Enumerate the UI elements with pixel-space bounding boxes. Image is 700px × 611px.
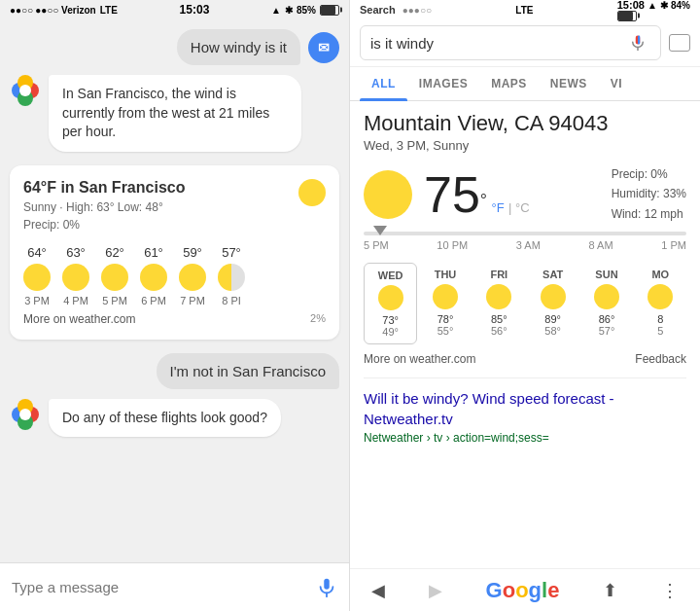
- weather-card-subtitle: Sunny · High: 63° Low: 48°: [23, 200, 185, 214]
- hour-item-4: 59° 7 PM: [179, 245, 206, 306]
- temp-unit-f[interactable]: °F: [492, 200, 505, 215]
- tl-0: 5 PM: [364, 239, 389, 251]
- hour-item-2: 62° 5 PM: [101, 245, 128, 306]
- more-weather-link[interactable]: More on weather.com: [364, 352, 475, 366]
- search-result-1: Will it be windy? Wind speed forecast - …: [364, 377, 686, 445]
- chat-area: How windy is it ✉ In San Francisco, the …: [0, 19, 349, 562]
- hour-item-0: 64° 3 PM: [23, 245, 51, 306]
- sun-fri: [486, 284, 511, 309]
- search-content: Mountain View, CA 94043 Wed, 3 PM, Sunny…: [350, 101, 700, 568]
- search-input[interactable]: [370, 35, 629, 52]
- location-icon: ▲: [271, 5, 281, 16]
- forecast-sat: SAT 89° 58°: [527, 263, 578, 344]
- hour-item-3: 61° 6 PM: [140, 245, 167, 306]
- bottom-nav-right: ◀ ▶ Google ⬆ ⋮: [350, 568, 700, 611]
- big-temp: 75: [424, 166, 480, 223]
- weather-location: Mountain View, CA 94043: [364, 111, 686, 136]
- big-sun-icon: [364, 170, 412, 219]
- signal-carrier: ●●○○ ●●○○ Verizon LTE: [10, 5, 118, 16]
- weather-card-title: 64°F in San Francisco: [23, 179, 185, 197]
- timeline-container: [364, 232, 686, 235]
- tab-all[interactable]: ALL: [360, 67, 407, 100]
- assistant-bubble-2: Do any of these flights look good?: [49, 399, 281, 438]
- weather-details-right: Precip: 0% Humidity: 33% Wind: 12 mph: [612, 164, 686, 224]
- temp-2: 62°: [105, 245, 124, 260]
- forecast-row: WED 73° 49° THU 78° 55° FRI 85°: [364, 263, 686, 344]
- tab-images[interactable]: IMAGES: [407, 67, 479, 100]
- google-logo: Google: [486, 578, 560, 603]
- assistant-message-1-row: In San Francisco, the wind is currently …: [10, 75, 339, 152]
- svg-point-4: [19, 85, 31, 96]
- forward-button[interactable]: ▶: [429, 580, 442, 601]
- temp-unit-c[interactable]: °C: [515, 200, 530, 215]
- precip-detail: Precip: 0%: [612, 164, 686, 184]
- temps-thu: 78° 55°: [438, 313, 454, 337]
- result-title-1[interactable]: Will it be windy? Wind speed forecast - …: [364, 388, 686, 429]
- right-battery-icon: [617, 11, 637, 21]
- tl-4: 1 PM: [661, 239, 686, 251]
- tab-vi[interactable]: VI: [599, 67, 634, 100]
- sun-5: [218, 264, 245, 291]
- time-5: 8 PI: [222, 295, 241, 306]
- carrier-dots: ●●○○: [10, 5, 33, 16]
- network-type: LTE: [100, 5, 118, 16]
- battery-pct: 85%: [297, 5, 316, 16]
- status-bar-left: ●●○○ ●●○○ Verizon LTE 15:03 ▲ ✱ 85%: [0, 0, 349, 19]
- right-status-icons: 15:08 ▲ ✱ 84%: [617, 0, 690, 21]
- temps-mo: 8 5: [657, 313, 663, 337]
- sun-thu: [433, 284, 458, 309]
- assistant-avatar-1: [10, 75, 41, 106]
- left-panel: ●●○○ ●●○○ Verizon LTE 15:03 ▲ ✱ 85% How …: [0, 0, 350, 611]
- temps-wed: 73° 49°: [382, 314, 399, 338]
- temp-5: 57°: [222, 245, 241, 260]
- message-input-bar: [0, 562, 349, 611]
- hour-item-5: 57° 8 PI: [218, 245, 245, 306]
- weather-main-row: 75° °F | °C Precip: 0% Humidity: 33% Win…: [364, 164, 686, 224]
- svg-point-9: [19, 409, 31, 420]
- temp-0: 64°: [27, 245, 47, 260]
- mic-icon-left[interactable]: [316, 577, 337, 598]
- tab-news[interactable]: NEWS: [539, 67, 599, 100]
- temp-1: 63°: [66, 245, 86, 260]
- weather-more-link[interactable]: More on weather.com: [23, 312, 135, 326]
- humidity-detail: Humidity: 33%: [612, 184, 686, 203]
- mic-icon-right[interactable]: [629, 34, 647, 52]
- weather-sun-large: [298, 179, 326, 206]
- tl-3: 8 AM: [589, 239, 613, 251]
- more-button[interactable]: ⋮: [661, 580, 679, 601]
- share-button[interactable]: ⬆: [603, 580, 617, 601]
- status-bar-right: Search ●●●○○ LTE 15:08 ▲ ✱ 84%: [350, 0, 700, 19]
- search-box[interactable]: [360, 25, 661, 60]
- weather-card-precip: Precip: 0%: [23, 218, 185, 232]
- back-button[interactable]: ◀: [371, 580, 385, 601]
- sun-3: [140, 264, 167, 291]
- status-right-icons: ▲ ✱ 85%: [271, 5, 339, 16]
- temperature-display: 75° °F | °C: [424, 169, 530, 220]
- time-3: 6 PM: [141, 295, 166, 306]
- feedback-link[interactable]: Feedback: [635, 352, 686, 366]
- temps-sun: 86° 57°: [599, 313, 615, 337]
- time-0: 3 PM: [24, 295, 50, 306]
- tl-2: 3 AM: [516, 239, 541, 251]
- temp-4: 59°: [183, 245, 202, 260]
- time-4: 7 PM: [180, 295, 205, 306]
- temps-sat: 89° 58°: [544, 313, 561, 337]
- day-mo: MO: [651, 269, 669, 280]
- sun-1: [62, 264, 89, 291]
- day-sat: SAT: [542, 269, 563, 280]
- time-2: 5 PM: [102, 295, 127, 306]
- battery-icon: [320, 5, 339, 16]
- sun-wed: [378, 285, 403, 310]
- right-network: LTE: [515, 5, 533, 16]
- sun-sun: [594, 284, 619, 309]
- precip-percent: 2%: [310, 312, 326, 326]
- svg-rect-10: [324, 578, 330, 589]
- tab-maps[interactable]: MAPS: [479, 67, 539, 100]
- forecast-sun: SUN 86° 57°: [580, 263, 632, 344]
- weather-description: Wed, 3 PM, Sunny: [364, 138, 686, 153]
- message-input[interactable]: [12, 579, 308, 595]
- search-bar-container: [350, 19, 700, 67]
- wind-detail: Wind: 12 mph: [612, 204, 686, 224]
- tabs-icon[interactable]: [669, 34, 690, 52]
- more-weather-row: More on weather.com Feedback: [364, 352, 686, 366]
